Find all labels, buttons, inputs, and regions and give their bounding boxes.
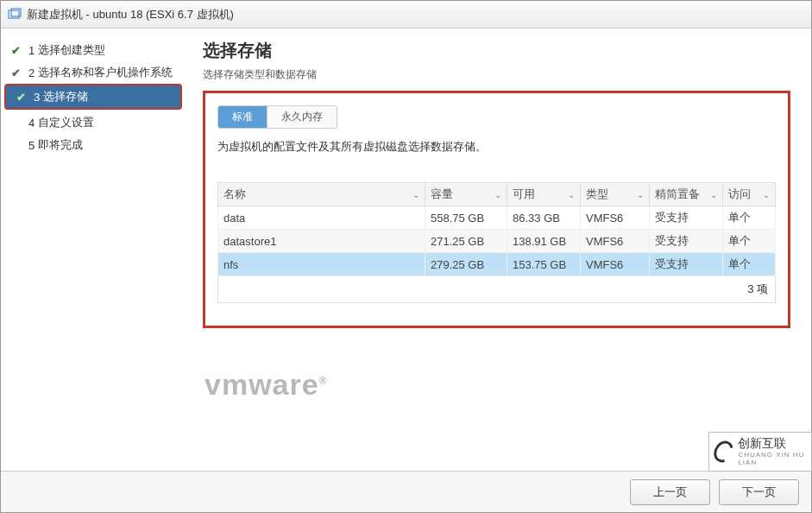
step-3[interactable]: ✔ 3 选择存储 <box>6 86 180 108</box>
chevron-down-icon: ⌄ <box>710 190 717 200</box>
table-row[interactable]: datastore1 271.25 GB 138.91 GB VMFS6 受支持… <box>218 230 776 253</box>
chevron-down-icon: ⌄ <box>637 190 644 200</box>
chevron-down-icon: ⌄ <box>494 190 501 200</box>
check-icon: ✔ <box>11 66 23 79</box>
chevron-down-icon: ⌄ <box>412 190 419 200</box>
main-panel: 选择存储 选择存储类型和数据存储 标准 永久内存 为虚拟机的配置文件及其所有虚拟… <box>187 28 811 471</box>
step-label: 即将完成 <box>38 137 83 153</box>
window-title: 新建虚拟机 - ubuntu 18 (ESXi 6.7 虚拟机) <box>27 7 234 22</box>
wizard-window: 新建虚拟机 - ubuntu 18 (ESXi 6.7 虚拟机) ✔ 1 选择创… <box>0 0 812 513</box>
check-icon: ✔ <box>16 91 28 104</box>
check-icon: ✔ <box>11 44 23 57</box>
hint-text: 为虚拟机的配置文件及其所有虚拟磁盘选择数据存储。 <box>217 139 776 155</box>
highlighted-region: 标准 永久内存 为虚拟机的配置文件及其所有虚拟磁盘选择数据存储。 名称⌄ 容量⌄… <box>203 91 790 328</box>
prev-button[interactable]: 上一页 <box>630 479 710 505</box>
datastore-table: 名称⌄ 容量⌄ 可用⌄ 类型⌄ 精简置备⌄ 访问⌄ data 558.75 GB <box>217 182 776 276</box>
col-capacity[interactable]: 容量⌄ <box>425 183 507 206</box>
footer-bar: 上一页 下一页 <box>1 471 811 512</box>
step-label: 选择创建类型 <box>38 42 105 58</box>
logo-icon <box>710 437 738 466</box>
table-row[interactable]: data 558.75 GB 86.33 GB VMFS6 受支持 单个 <box>218 206 776 230</box>
step-label: 自定义设置 <box>38 115 94 130</box>
svg-rect-0 <box>9 10 19 18</box>
vm-icon <box>8 8 22 22</box>
wizard-steps: ✔ 1 选择创建类型 ✔ 2 选择名称和客户机操作系统 ✔ 3 选择存储 ✔ 4… <box>1 28 187 471</box>
step-label: 选择名称和客户机操作系统 <box>38 65 173 80</box>
table-footer: 3 项 <box>217 276 776 303</box>
vmware-watermark: vmware® <box>205 368 327 402</box>
page-title: 选择存储 <box>203 39 790 62</box>
col-access[interactable]: 访问⌄ <box>723 183 776 206</box>
storage-type-tabs: 标准 永久内存 <box>217 105 337 129</box>
col-thin[interactable]: 精简置备⌄ <box>650 183 723 206</box>
step-label: 选择存储 <box>43 89 88 104</box>
step-2[interactable]: ✔ 2 选择名称和客户机操作系统 <box>1 61 187 84</box>
next-button[interactable]: 下一页 <box>719 479 799 505</box>
body: ✔ 1 选择创建类型 ✔ 2 选择名称和客户机操作系统 ✔ 3 选择存储 ✔ 4… <box>1 28 811 471</box>
col-type[interactable]: 类型⌄ <box>581 183 650 206</box>
col-name[interactable]: 名称⌄ <box>218 183 425 206</box>
step-5[interactable]: ✔ 5 即将完成 <box>1 134 187 156</box>
chevron-down-icon: ⌄ <box>763 190 770 200</box>
tab-persistent[interactable]: 永久内存 <box>267 106 337 128</box>
step-1[interactable]: ✔ 1 选择创建类型 <box>1 39 187 61</box>
chevron-down-icon: ⌄ <box>568 190 575 200</box>
step-4[interactable]: ✔ 4 自定义设置 <box>1 111 187 134</box>
table-row[interactable]: nfs 279.25 GB 153.75 GB VMFS6 受支持 单个 <box>218 253 776 276</box>
page-subtitle: 选择存储类型和数据存储 <box>203 67 790 82</box>
col-available[interactable]: 可用⌄ <box>507 183 581 206</box>
badge-text: 创新互联 <box>738 437 806 450</box>
brand-badge: 创新互联 CHUANG XIN HU LIAN <box>708 432 812 472</box>
badge-sub: CHUANG XIN HU LIAN <box>738 451 806 466</box>
tab-standard[interactable]: 标准 <box>218 106 267 128</box>
titlebar: 新建虚拟机 - ubuntu 18 (ESXi 6.7 虚拟机) <box>1 1 811 28</box>
